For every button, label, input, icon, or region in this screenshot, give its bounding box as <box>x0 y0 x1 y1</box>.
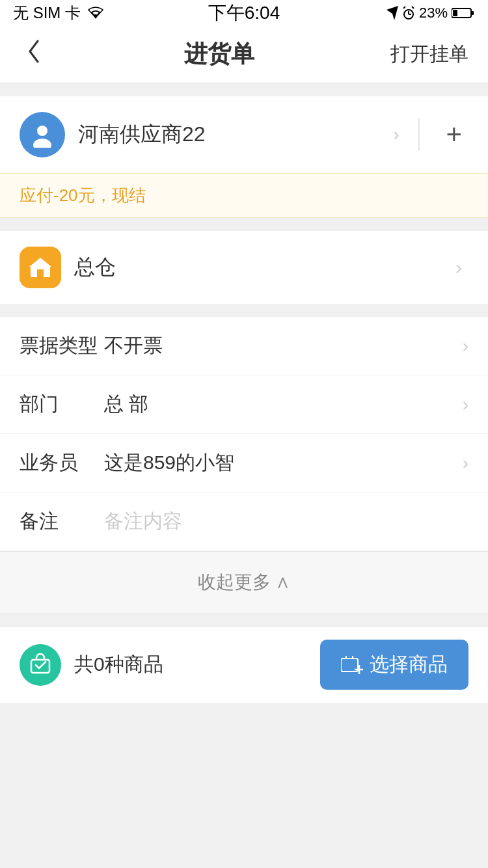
supplier-divider <box>418 118 420 151</box>
department-chevron-icon: › <box>463 394 468 415</box>
invoice-type-row[interactable]: 票据类型 不开票 › <box>0 317 488 375</box>
carrier-text: 无 SIM 卡 <box>13 3 81 23</box>
select-product-button[interactable]: 选择商品 <box>320 640 468 690</box>
nav-bar: 进货单 打开挂单 <box>0 26 488 83</box>
alarm-icon <box>402 6 415 20</box>
svg-marker-0 <box>386 6 398 20</box>
invoice-label: 票据类型 <box>20 332 98 359</box>
svg-point-10 <box>33 139 51 148</box>
supplier-avatar <box>20 112 65 157</box>
select-product-icon <box>341 656 363 674</box>
salesperson-chevron-icon: › <box>463 453 468 474</box>
warehouse-chevron-icon: › <box>455 256 462 278</box>
location-icon <box>386 6 398 20</box>
section-gap-3 <box>0 304 488 317</box>
supplier-name: 河南供应商22 <box>78 120 393 149</box>
svg-line-5 <box>412 7 414 8</box>
salesperson-label: 业务员 <box>20 450 98 476</box>
back-button[interactable] <box>20 32 48 77</box>
form-section: 票据类型 不开票 › 部门 总 部 › 业务员 这是859的小智 › 备注 备注… <box>0 317 488 613</box>
svg-rect-13 <box>37 269 44 277</box>
status-time: 下午6:04 <box>208 1 280 25</box>
svg-rect-7 <box>453 10 457 16</box>
section-gap-4 <box>0 613 488 626</box>
invoice-chevron-icon: › <box>463 336 468 357</box>
collapse-button[interactable]: 收起更多 ∧ <box>0 551 488 613</box>
remark-label: 备注 <box>20 508 98 535</box>
supplier-chevron-icon: › <box>393 124 399 145</box>
page-background <box>0 703 488 868</box>
battery-icon <box>452 7 475 19</box>
svg-marker-12 <box>29 258 51 267</box>
section-gap-1 <box>0 83 488 96</box>
warehouse-name: 总仓 <box>74 253 455 282</box>
svg-line-4 <box>403 7 405 8</box>
bottom-bar: 共0种商品 选择商品 <box>0 626 488 703</box>
salesperson-row[interactable]: 业务员 这是859的小智 › <box>0 434 488 493</box>
department-value: 总 部 <box>98 391 463 418</box>
warehouse-icon <box>20 247 61 288</box>
product-count-text: 共0种商品 <box>74 651 320 678</box>
supplier-row[interactable]: 河南供应商22 › + <box>0 96 488 173</box>
add-button[interactable]: + <box>439 119 468 150</box>
svg-point-9 <box>37 126 47 136</box>
open-pending-button[interactable]: 打开挂单 <box>390 41 468 68</box>
svg-rect-8 <box>471 11 474 15</box>
select-product-label: 选择商品 <box>370 651 448 678</box>
remark-input[interactable]: 备注内容 <box>98 508 468 535</box>
status-left: 无 SIM 卡 <box>13 3 105 23</box>
warehouse-section: 总仓 › <box>0 231 488 304</box>
remark-row[interactable]: 备注 备注内容 <box>0 493 488 551</box>
status-right: 23% <box>386 5 475 21</box>
product-count-icon <box>20 644 61 686</box>
department-row[interactable]: 部门 总 部 › <box>0 375 488 434</box>
invoice-value: 不开票 <box>98 332 463 359</box>
status-bar: 无 SIM 卡 下午6:04 23% <box>0 0 488 26</box>
page-title: 进货单 <box>184 38 254 70</box>
department-label: 部门 <box>20 391 98 418</box>
wifi-icon <box>86 6 105 20</box>
warehouse-row[interactable]: 总仓 › <box>0 231 488 304</box>
salesperson-value: 这是859的小智 <box>98 450 463 476</box>
battery-text: 23% <box>419 5 448 21</box>
supplier-section: 河南供应商22 › + 应付-20元，现结 <box>0 96 488 218</box>
payment-notice: 应付-20元，现结 <box>0 173 488 218</box>
section-gap-2 <box>0 218 488 231</box>
